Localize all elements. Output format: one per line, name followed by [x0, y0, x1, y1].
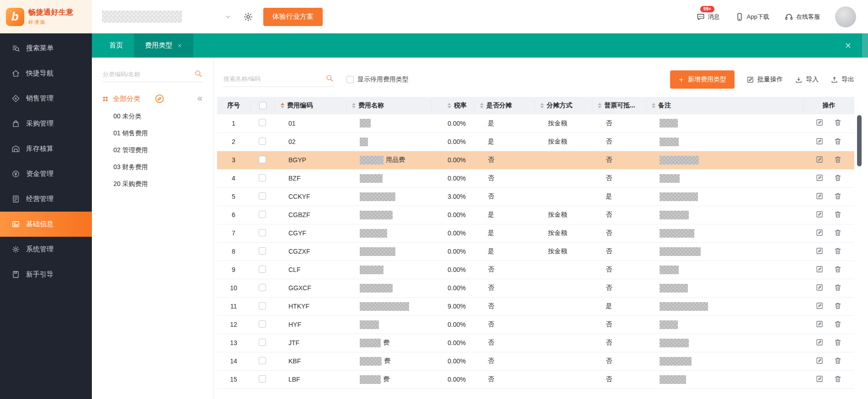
trash-icon[interactable]	[834, 229, 842, 237]
edit-icon[interactable]	[815, 229, 824, 237]
messages-button[interactable]: 99+ 消息	[696, 12, 720, 21]
table-row[interactable]: 10GGXCF0.00%否否	[217, 279, 854, 297]
row-checkbox[interactable]	[259, 284, 266, 291]
table-row[interactable]: 7CGYF0.00%是按金额否	[217, 224, 854, 242]
sidebar-item-base-info[interactable]: 基础信息	[0, 212, 92, 237]
table-row[interactable]: 2020.00%是按金额否	[217, 133, 854, 151]
table-row[interactable]: 5CCKYF3.00%否是	[217, 187, 854, 206]
sidebar-item-guide[interactable]: 新手引导	[0, 262, 92, 287]
edit-icon[interactable]	[815, 118, 824, 127]
row-checkbox[interactable]	[259, 357, 266, 364]
table-row[interactable]: 12HYF0.00%否否	[217, 315, 854, 334]
column-header-deductible[interactable]: 普票可抵...	[592, 97, 646, 114]
trash-icon[interactable]	[834, 338, 842, 346]
table-search-input[interactable]	[223, 72, 334, 87]
table-row[interactable]: 4BZF0.00%否否	[217, 169, 854, 187]
column-header-tax[interactable]: 税率	[431, 97, 474, 114]
batch-actions-button[interactable]: 批量操作	[746, 75, 783, 84]
edit-icon[interactable]	[815, 265, 824, 273]
add-expense-type-button[interactable]: 新增费用类型	[670, 70, 735, 89]
edit-icon[interactable]	[815, 192, 824, 200]
tab-expense-type[interactable]: 费用类型	[134, 33, 193, 58]
row-checkbox[interactable]	[259, 229, 266, 236]
select-all-checkbox[interactable]	[259, 102, 266, 109]
edit-icon[interactable]	[815, 155, 824, 164]
tab-close-icon[interactable]	[177, 43, 182, 48]
category-item-02[interactable]: 02 管理费用	[92, 142, 213, 159]
trash-icon[interactable]	[834, 118, 842, 127]
edit-icon[interactable]	[815, 247, 824, 255]
tab-home[interactable]: 首页	[98, 33, 134, 58]
table-row[interactable]: 9CLF0.00%否否	[217, 261, 854, 279]
trash-icon[interactable]	[834, 137, 842, 145]
online-service-button[interactable]: 在线客服	[784, 12, 820, 21]
row-checkbox[interactable]	[259, 156, 266, 163]
trash-icon[interactable]	[834, 356, 842, 365]
show-disabled-checkbox[interactable]	[346, 76, 354, 83]
close-all-tabs-icon[interactable]	[844, 42, 852, 49]
sidebar-item-funds[interactable]: 资金管理	[0, 161, 92, 186]
table-row[interactable]: 3BGYP用品费0.00%否否	[217, 151, 854, 169]
column-header-method[interactable]: 分摊方式	[534, 97, 592, 114]
edit-icon[interactable]	[815, 174, 824, 182]
export-button[interactable]: 导出	[831, 75, 854, 84]
search-icon[interactable]	[194, 69, 202, 78]
row-checkbox[interactable]	[259, 320, 266, 328]
edit-icon[interactable]	[815, 320, 824, 328]
row-checkbox[interactable]	[259, 192, 266, 200]
trash-icon[interactable]	[834, 247, 842, 255]
sidebar-item-quick-nav[interactable]: 快捷导航	[0, 61, 92, 86]
gear-icon[interactable]	[243, 12, 253, 22]
category-search-input[interactable]	[102, 68, 203, 82]
row-checkbox[interactable]	[259, 375, 266, 383]
row-checkbox[interactable]	[259, 119, 266, 126]
edit-icon[interactable]	[815, 283, 824, 292]
trash-icon[interactable]	[834, 192, 842, 200]
category-item-20[interactable]: 20 采购费用	[92, 176, 213, 192]
category-item-00[interactable]: 00 未分类	[92, 108, 213, 125]
app-download-button[interactable]: App下载	[735, 12, 769, 21]
edit-icon[interactable]	[815, 302, 824, 310]
category-item-01[interactable]: 01 销售费用	[92, 125, 213, 142]
row-checkbox[interactable]	[259, 247, 266, 255]
table-row[interactable]: 6CGBZF0.00%是按金额否	[217, 206, 854, 224]
avatar[interactable]	[835, 6, 856, 27]
table-row[interactable]: 1010.00%是按金额否	[217, 114, 854, 133]
vertical-scrollbar-thumb[interactable]	[857, 115, 862, 166]
table-row[interactable]: 15LBF费0.00%否否	[217, 370, 854, 388]
all-categories-link[interactable]: 全部分类	[113, 95, 140, 103]
category-item-03[interactable]: 03 财务费用	[92, 159, 213, 176]
edit-icon[interactable]	[815, 210, 824, 218]
edit-categories-icon[interactable]	[154, 93, 165, 104]
tabbar-more-strip[interactable]	[862, 33, 868, 58]
show-disabled-toggle[interactable]: 显示停用费用类型	[346, 75, 409, 84]
sidebar-item-search-menu[interactable]: 搜索菜单	[0, 36, 92, 61]
table-row[interactable]: 8CGZXF0.00%是按金额否	[217, 242, 854, 261]
trash-icon[interactable]	[834, 174, 842, 182]
trash-icon[interactable]	[834, 302, 842, 310]
search-icon[interactable]	[325, 74, 334, 82]
table-row[interactable]: 14KBF费0.00%否否	[217, 352, 854, 370]
sidebar-item-purchase[interactable]: 采购管理	[0, 111, 92, 136]
trash-icon[interactable]	[834, 210, 842, 218]
import-button[interactable]: 导入	[795, 75, 819, 84]
trash-icon[interactable]	[834, 320, 842, 328]
table-row[interactable]: 11HTKYF9.00%否是	[217, 297, 854, 315]
edit-icon[interactable]	[815, 375, 824, 383]
sidebar-item-sales[interactable]: 销售管理	[0, 86, 92, 111]
row-checkbox[interactable]	[259, 339, 266, 346]
row-checkbox[interactable]	[259, 211, 266, 218]
sidebar-item-operations[interactable]: 经营管理	[0, 186, 92, 212]
trash-icon[interactable]	[834, 375, 842, 383]
edit-icon[interactable]	[815, 338, 824, 346]
column-header-name[interactable]: 费用名称	[346, 97, 431, 114]
table-row[interactable]: 13JTF费0.00%否否	[217, 334, 854, 352]
sidebar-item-inventory[interactable]: 库存核算	[0, 136, 92, 161]
trash-icon[interactable]	[834, 283, 842, 292]
trial-solution-button[interactable]: 体验行业方案	[263, 8, 323, 26]
row-checkbox[interactable]	[259, 302, 266, 309]
column-header-apportion[interactable]: 是否分摊	[474, 97, 534, 114]
column-header-code[interactable]: 费用编码	[275, 97, 346, 114]
trash-icon[interactable]	[834, 265, 842, 273]
edit-icon[interactable]	[815, 137, 824, 145]
